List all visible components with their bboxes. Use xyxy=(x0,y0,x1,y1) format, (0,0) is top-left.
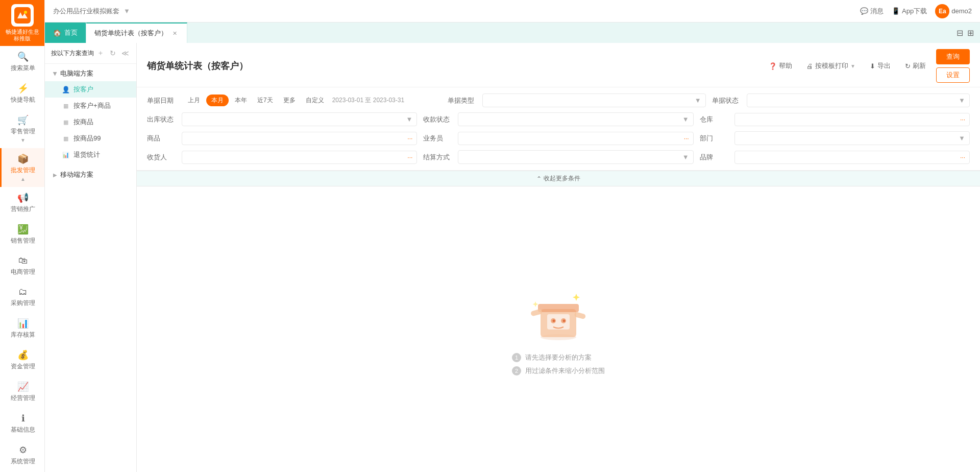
brand-more-icon: ··· xyxy=(960,154,965,161)
top-header-right: 💬 消息 📱 App下载 Ea demo2 xyxy=(860,4,972,18)
empty-illustration xyxy=(528,284,589,345)
doc-status-field[interactable]: ▼ xyxy=(747,93,970,107)
industry-dropdown-icon[interactable]: ▼ xyxy=(124,7,130,15)
sidebar-item-sales-mgmt[interactable]: 💹 销售管理 xyxy=(0,219,44,250)
retail-arrow-icon: ▼ xyxy=(20,137,26,143)
doc-type-field[interactable]: ▼ xyxy=(482,93,705,107)
sidebar-item-wholesale[interactable]: 📦 批发管理 ▲ xyxy=(0,148,44,187)
svg-point-1 xyxy=(24,11,27,14)
tab-home[interactable]: 🏠 首页 xyxy=(45,22,86,43)
sidebar-item-operations[interactable]: 📈 经营管理 xyxy=(0,376,44,408)
left-panel-header: 按以下方案查询 ＋ ↻ ≪ xyxy=(45,43,136,64)
app-download-btn[interactable]: 📱 App下载 xyxy=(892,7,927,16)
date-filter: 上月 本月 本年 近7天 更多 自定义 2023-03-01 至 2023-03… xyxy=(184,94,442,107)
wholesale-icon: 📦 xyxy=(17,153,29,164)
filter-area: 单据日期 上月 本月 本年 近7天 更多 自定义 2023-03-01 至 20… xyxy=(137,87,980,171)
sidebar-item-marketing[interactable]: 📢 营销推广 xyxy=(0,187,44,219)
right-panel: 销货单统计表（按客户） ❓ 帮助 🖨 按模板打印 ▼ ⬇ 导出 xyxy=(137,43,980,472)
staff-label: 业务员 xyxy=(423,134,454,143)
sidebar-item-inventory[interactable]: 📊 库存核算 xyxy=(0,313,44,344)
settlement-field[interactable]: ▼ xyxy=(458,150,693,164)
svg-point-8 xyxy=(553,319,555,322)
filter-row-2: 出库状态 ▼ 收款状态 ▼ 仓库 xyxy=(147,112,970,126)
by-goods99-icon: ▦ xyxy=(61,134,70,143)
quick-nav-icon: ⚡ xyxy=(17,83,29,94)
help-btn[interactable]: ❓ 帮助 xyxy=(765,59,796,73)
doc-status-label: 单据状态 xyxy=(712,96,743,105)
message-btn[interactable]: 💬 消息 xyxy=(860,7,884,16)
tree-item-by-goods[interactable]: ▦ 按商品 xyxy=(45,114,136,130)
sidebar-item-retail[interactable]: 🛒 零售管理 ▼ xyxy=(0,109,44,148)
user-profile[interactable]: Ea demo2 xyxy=(935,4,972,18)
dept-field[interactable]: ▼ xyxy=(734,131,970,145)
out-status-label: 出库状态 xyxy=(147,115,178,124)
sidebar-item-quick-nav[interactable]: ⚡ 快捷导航 xyxy=(0,78,44,109)
out-status-dropdown-icon: ▼ xyxy=(406,115,412,123)
tree-group-mobile: ▶ 移动端方案 xyxy=(45,165,136,184)
sidebar-item-search-menu[interactable]: 🔍 搜索菜单 xyxy=(0,46,44,78)
warehouse-field[interactable]: ··· xyxy=(734,113,970,126)
page-header: 销货单统计表（按客户） ❓ 帮助 🖨 按模板打印 ▼ ⬇ 导出 xyxy=(137,43,980,87)
brand-field[interactable]: ··· xyxy=(734,151,970,164)
tab-minimize-icon[interactable]: ⊟ xyxy=(957,28,963,38)
tree-item-by-customer-goods[interactable]: ▦ 按客户+商品 xyxy=(45,98,136,114)
by-customer-goods-icon: ▦ xyxy=(61,101,70,110)
date-label: 单据日期 xyxy=(147,96,178,105)
sidebar-item-finance[interactable]: 💰 资金管理 xyxy=(0,344,44,376)
date-btn-more[interactable]: 更多 xyxy=(279,94,300,107)
home-icon: 🏠 xyxy=(53,29,61,37)
tree-group-desktop: ▶ 电脑端方案 👤 按客户 ▦ 按客户+商品 ▦ 按商品 ▦ 按商品99 xyxy=(45,64,136,165)
date-btn-7days[interactable]: 近7天 xyxy=(253,94,277,107)
settlement-label: 结算方式 xyxy=(423,153,454,162)
refresh-scheme-btn[interactable]: ↻ xyxy=(108,48,118,58)
sidebar-item-system[interactable]: ⚙ 系统管理 xyxy=(0,439,44,471)
tip-1-number: 1 xyxy=(512,353,521,362)
consignee-more-icon: ··· xyxy=(407,154,412,161)
date-range: 2023-03-01 至 2023-03-31 xyxy=(332,96,404,105)
tree-group-desktop-header[interactable]: ▶ 电脑端方案 xyxy=(45,66,136,81)
tab-bar-actions: ⊟ ⊞ xyxy=(957,28,980,38)
staff-field[interactable]: ··· xyxy=(458,132,693,145)
date-btn-this-year[interactable]: 本年 xyxy=(231,94,251,107)
tree-item-by-goods99[interactable]: ▦ 按商品99 xyxy=(45,130,136,147)
collapse-panel-btn[interactable]: ≪ xyxy=(120,48,130,58)
search-menu-icon: 🔍 xyxy=(17,51,29,62)
dept-dropdown-icon: ▼ xyxy=(959,134,965,142)
return-stat-icon: 📊 xyxy=(61,150,70,159)
goods-more-icon: ··· xyxy=(407,135,412,142)
tree-group-mobile-header[interactable]: ▶ 移动端方案 xyxy=(45,167,136,182)
settings-btn[interactable]: 设置 xyxy=(936,67,970,83)
date-btn-custom[interactable]: 自定义 xyxy=(302,94,328,107)
sidebar-item-purchase[interactable]: 🗂 采购管理 xyxy=(0,281,44,313)
goods-field[interactable]: ··· xyxy=(182,132,417,145)
payment-status-field[interactable]: ▼ xyxy=(458,112,693,126)
collapse-up-icon: ⌃ xyxy=(536,175,542,182)
consignee-field[interactable]: ··· xyxy=(182,151,417,164)
desktop-group-arrow-icon: ▶ xyxy=(53,72,58,76)
add-scheme-btn[interactable]: ＋ xyxy=(95,48,106,58)
export-btn[interactable]: ⬇ 导出 xyxy=(866,59,895,73)
refresh-btn[interactable]: ↻ 刷新 xyxy=(901,59,930,73)
out-status-field[interactable]: ▼ xyxy=(182,112,417,126)
marketing-icon: 📢 xyxy=(17,192,29,203)
date-btn-last-month[interactable]: 上月 xyxy=(184,94,204,107)
tab-maximize-icon[interactable]: ⊞ xyxy=(967,28,974,38)
sidebar-item-basic-info[interactable]: ℹ 基础信息 xyxy=(0,408,44,439)
sidebar-item-ecommerce[interactable]: 🛍 电商管理 xyxy=(0,250,44,281)
svg-point-9 xyxy=(563,319,566,322)
by-goods-icon: ▦ xyxy=(61,117,70,127)
page-header-actions: ❓ 帮助 🖨 按模板打印 ▼ ⬇ 导出 ↻ 刷新 xyxy=(765,49,970,83)
tab-sales-stat[interactable]: 销货单统计表（按客户） ✕ xyxy=(86,22,187,43)
app-name: 畅捷通好生意 标推版 xyxy=(6,29,39,42)
industry-label: 办公用品行业模拟账套 xyxy=(53,7,119,16)
tree-item-return-stat[interactable]: 📊 退货统计 xyxy=(45,147,136,163)
query-btn[interactable]: 查询 xyxy=(936,49,970,64)
template-print-btn[interactable]: 🖨 按模板打印 ▼ xyxy=(802,59,860,73)
tree-item-by-customer[interactable]: 👤 按客户 xyxy=(45,81,136,98)
date-btn-this-month[interactable]: 本月 xyxy=(206,95,229,106)
logo[interactable]: 畅捷通好生意 标推版 xyxy=(0,0,44,46)
tab-close-icon[interactable]: ✕ xyxy=(170,29,179,37)
collapse-bar[interactable]: ⌃ 收起更多条件 xyxy=(137,171,980,186)
content: 按以下方案查询 ＋ ↻ ≪ ▶ 电脑端方案 👤 按客户 ▦ xyxy=(45,43,980,472)
left-panel-actions: ＋ ↻ ≪ xyxy=(95,48,130,58)
